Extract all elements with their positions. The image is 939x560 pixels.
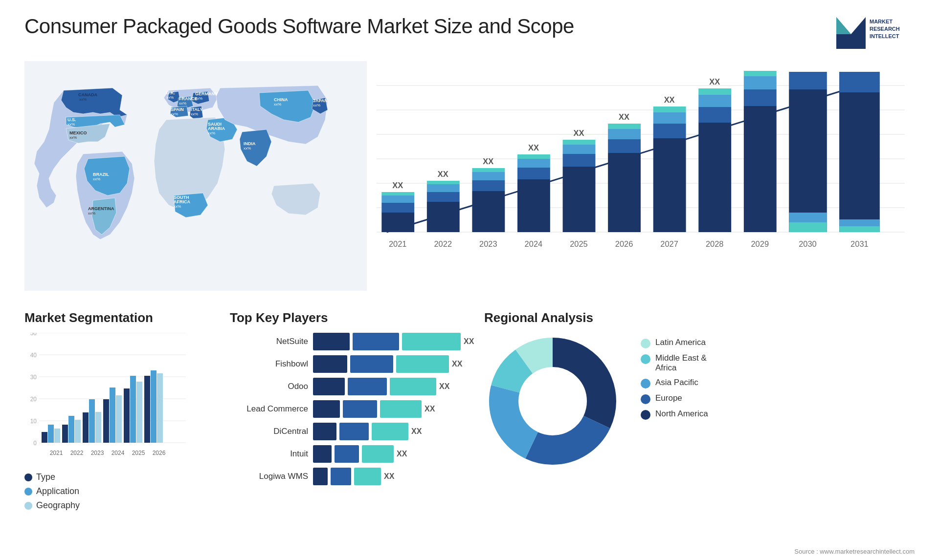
bar-seg3 — [362, 445, 394, 463]
svg-rect-109 — [789, 89, 827, 213]
svg-rect-73 — [563, 145, 596, 154]
svg-text:xx%: xx% — [179, 101, 186, 106]
svg-rect-48 — [381, 203, 414, 213]
player-name-leadcommerce: Lead Commerce — [230, 404, 308, 414]
svg-rect-134 — [42, 432, 47, 443]
regional-item-na: North America — [641, 409, 708, 420]
bar-seg2 — [350, 355, 393, 373]
svg-rect-85 — [653, 112, 686, 124]
svg-point-158 — [519, 368, 586, 434]
svg-text:XX: XX — [574, 129, 584, 137]
regional-color-na — [641, 410, 650, 420]
svg-text:2022: 2022 — [70, 450, 84, 456]
players-container: Top Key Players NetSuite XX Fishbowl — [230, 310, 465, 555]
seg-chart-area: 0 10 20 30 40 50 2021 2022 2023 2024 202… — [24, 333, 186, 465]
svg-text:2028: 2028 — [706, 239, 724, 248]
world-map-svg: CANADA xx% U.S. xx% MEXICO xx% BRAZIL xx… — [24, 61, 367, 291]
svg-text:INDIA: INDIA — [244, 141, 256, 146]
segmentation-title: Market Segmentation — [24, 310, 210, 325]
svg-rect-136 — [54, 429, 60, 443]
regional-item-mea: Middle East &Africa — [641, 353, 708, 373]
svg-text:2029: 2029 — [751, 239, 769, 248]
svg-rect-141 — [89, 399, 95, 443]
source-text: Source : www.marketresearchintellect.com — [794, 548, 915, 555]
svg-rect-84 — [653, 124, 686, 138]
svg-text:BRAZIL: BRAZIL — [93, 172, 109, 177]
legend-type-dot — [24, 474, 32, 481]
svg-text:2025: 2025 — [570, 239, 588, 248]
bar-seg3 — [390, 378, 436, 395]
header: Consumer Packaged Goods Software Market … — [24, 15, 915, 51]
svg-rect-83 — [653, 138, 686, 232]
svg-text:XX: XX — [709, 77, 720, 86]
svg-rect-61 — [472, 172, 505, 180]
svg-text:2023: 2023 — [91, 450, 104, 456]
bar-seg3 — [380, 400, 422, 418]
svg-marker-1 — [836, 17, 851, 34]
svg-text:20: 20 — [30, 396, 37, 403]
svg-text:U.S.: U.S. — [67, 117, 76, 122]
svg-text:ARGENTINA: ARGENTINA — [88, 206, 114, 211]
svg-rect-77 — [608, 153, 641, 232]
player-bar-dicentral: XX — [313, 423, 465, 440]
player-row-logiwawms: Logiwa WMS XX — [230, 468, 465, 485]
svg-rect-91 — [698, 95, 731, 107]
svg-rect-143 — [103, 399, 109, 443]
player-label-netsuite: XX — [464, 337, 474, 346]
bar-chart-wrapper: XX 2021 XX 2022 XX 2023 — [377, 71, 905, 266]
svg-text:JAPAN: JAPAN — [313, 98, 328, 103]
svg-text:xx%: xx% — [274, 102, 281, 107]
bar-seg1 — [313, 355, 347, 373]
regional-label-apac: Asia Pacific — [655, 378, 698, 388]
svg-rect-59 — [472, 191, 505, 232]
svg-rect-60 — [472, 180, 505, 191]
legend-geography: Geography — [24, 500, 210, 511]
svg-text:AFRICA: AFRICA — [174, 199, 190, 204]
svg-text:xx%: xx% — [67, 122, 75, 127]
regional-legend: Latin America Middle East &Africa Asia P… — [631, 338, 708, 420]
logo-icon: MARKET RESEARCH INTELLECT — [836, 15, 915, 51]
svg-text:2025: 2025 — [132, 450, 145, 456]
player-bar-odoo: XX — [313, 378, 465, 395]
svg-text:SPAIN: SPAIN — [171, 107, 184, 112]
svg-text:XX: XX — [392, 181, 403, 190]
player-name-odoo: Odoo — [230, 382, 308, 391]
svg-rect-72 — [563, 154, 596, 167]
legend-app-dot — [24, 488, 32, 495]
player-name-dicentral: DiCentral — [230, 427, 308, 436]
svg-rect-65 — [517, 179, 550, 232]
svg-rect-62 — [472, 168, 505, 172]
svg-rect-74 — [563, 140, 596, 145]
player-row-odoo: Odoo XX — [230, 378, 465, 395]
svg-text:2031: 2031 — [850, 239, 869, 248]
svg-rect-98 — [744, 71, 777, 76]
svg-rect-112 — [839, 72, 879, 92]
svg-text:MARKET: MARKET — [870, 19, 893, 24]
svg-text:xx%: xx% — [79, 97, 87, 102]
player-label-odoo: XX — [439, 382, 449, 391]
map-container: CANADA xx% U.S. xx% MEXICO xx% BRAZIL xx… — [24, 61, 367, 296]
regional-container: Regional Analysis — [484, 310, 915, 555]
svg-rect-54 — [427, 192, 460, 202]
svg-rect-150 — [151, 370, 156, 443]
svg-rect-47 — [381, 213, 414, 232]
svg-rect-145 — [116, 395, 122, 443]
bar-seg2 — [343, 400, 377, 418]
svg-rect-151 — [157, 373, 163, 443]
svg-rect-71 — [563, 167, 596, 232]
svg-text:2021: 2021 — [389, 239, 407, 248]
legend-geo-label: Geography — [36, 500, 80, 511]
svg-text:MEXICO: MEXICO — [69, 130, 87, 135]
player-name-fishbowl: Fishbowl — [230, 359, 308, 369]
regional-item-latin: Latin America — [641, 338, 708, 348]
regional-label-mea: Middle East &Africa — [655, 353, 707, 373]
svg-text:2021: 2021 — [50, 450, 63, 456]
bar-chart-svg: XX 2021 XX 2022 XX 2023 — [377, 71, 905, 266]
bar-seg3 — [396, 355, 449, 373]
bar-seg1 — [313, 378, 345, 395]
svg-rect-89 — [698, 123, 731, 232]
player-name-intuit: Intuit — [230, 449, 308, 459]
players-title: Top Key Players — [230, 310, 465, 325]
svg-rect-146 — [124, 388, 130, 443]
svg-text:xx%: xx% — [69, 135, 77, 140]
